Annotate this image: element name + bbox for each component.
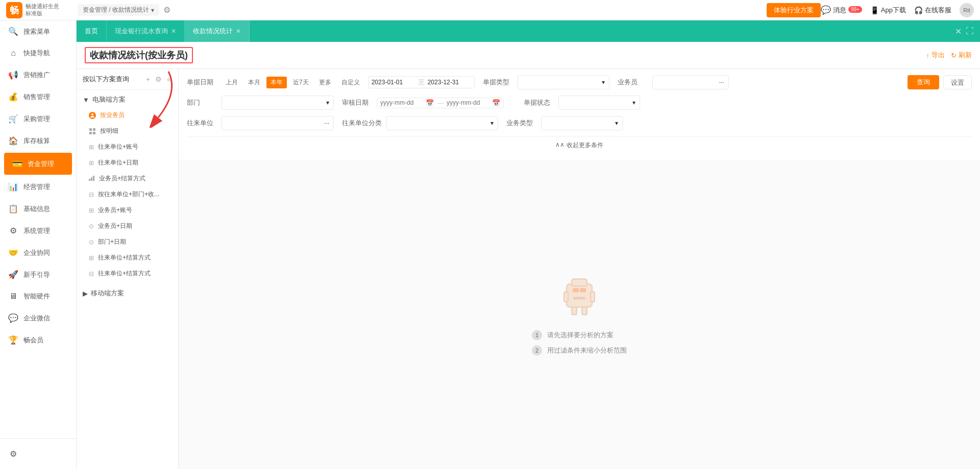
empty-steps: 1 请先选择要分析的方案 2 用过滤条件来缩小分析范围 — [532, 330, 627, 361]
doc-status-select[interactable]: ▾ — [558, 96, 640, 110]
sidebar-settings-btn[interactable]: ⚙ — [0, 443, 76, 465]
doc-status-label: 单据状态 — [524, 98, 554, 107]
sidebar-item-inventory[interactable]: 🏠 库存核算 — [0, 130, 76, 152]
svg-rect-8 — [567, 284, 592, 307]
calendar-to-icon[interactable]: 📅 — [492, 99, 500, 107]
settings-icon[interactable]: ⚙ — [163, 5, 170, 15]
date-tab-this-month[interactable]: 本月 — [244, 77, 264, 88]
scheme-icon-salesman — [89, 112, 96, 119]
sidebar-item-guide[interactable]: 🚀 新手引导 — [0, 264, 76, 286]
sidebar-item-vip[interactable]: 🏆 畅会员 — [0, 329, 76, 351]
sidebar-item-operations[interactable]: 📊 经营管理 — [0, 176, 76, 198]
filter-doc-status-field: 单据状态 ▾ — [524, 96, 640, 110]
scheme-item-partner-settlement2[interactable]: ⊟ 往来单位+结算方式 — [77, 266, 178, 282]
sidebar-item-basic-info[interactable]: 📋 基础信息 — [0, 198, 76, 220]
sidebar-item-finance[interactable]: 💳 资金管理 — [4, 153, 72, 175]
scheme-item-partner-settlement1[interactable]: ⊞ 往来单位+结算方式 — [77, 250, 178, 266]
sales-icon: 💰 — [8, 92, 18, 102]
query-button[interactable]: 查询 — [908, 75, 939, 89]
calendar-from-icon[interactable]: 📅 — [426, 99, 434, 107]
sidebar-item-purchase[interactable]: 🛒 采购管理 — [0, 108, 76, 130]
refresh-button[interactable]: ↻ 刷新 — [951, 51, 972, 60]
scheme-item-dept-date[interactable]: ⊙ 部门+日期 — [77, 234, 178, 250]
sidebar-item-search[interactable]: 🔍 搜索菜单 — [0, 20, 76, 42]
scheme-item-partner-account[interactable]: ⊞ 往来单位+账号 — [77, 139, 178, 155]
dept-dropdown-icon: ▾ — [326, 99, 329, 106]
date-tab-custom[interactable]: 自定义 — [337, 77, 364, 88]
online-service-btn[interactable]: 🎧 在线客服 — [914, 6, 951, 15]
audit-date-from-input[interactable] — [380, 99, 424, 106]
sidebar-item-enterprise[interactable]: 🤝 企业协同 — [0, 242, 76, 264]
settings-button[interactable]: 设置 — [943, 75, 972, 89]
scheme-item-by-detail[interactable]: 按明细 — [77, 123, 178, 139]
tab-close-collection-stats[interactable]: ✕ — [236, 28, 241, 35]
tab-bank-flow[interactable]: 现金银行流水查询 ✕ — [107, 20, 185, 42]
salesman-select[interactable]: ··· — [652, 75, 729, 89]
add-scheme-icon[interactable]: + — [145, 74, 151, 84]
scheme-settings-icon[interactable]: ⚙ — [154, 74, 163, 84]
svg-rect-2 — [93, 128, 95, 131]
main-body: 按以下方案查询 + ⚙ « ▼ 电脑端方案 — [77, 69, 980, 469]
date-tab-7days[interactable]: 近7天 — [289, 77, 313, 88]
svg-rect-15 — [572, 307, 577, 315]
partner-category-select[interactable]: ▾ — [386, 116, 498, 130]
audit-date-to-input[interactable] — [447, 99, 490, 106]
filter-audit-date-field: 审核日期 📅 — 📅 — [342, 98, 516, 108]
scheme-item-salesman-account[interactable]: ⊞ 业务员+账号 — [77, 202, 178, 218]
scheme-icon-table3: ⊟ — [89, 191, 94, 198]
biz-type-select[interactable]: ▾ — [541, 116, 623, 130]
filter-dept-field: 部门 ▾ — [187, 96, 334, 110]
app-download-btn[interactable]: 📱 App下载 — [870, 6, 906, 15]
salesman-more-icon: ··· — [719, 79, 724, 86]
tab-close-window[interactable]: ✕ — [955, 27, 962, 36]
sidebar-item-sales[interactable]: 💰 销售管理 — [0, 86, 76, 108]
trial-button[interactable]: 体验行业方案 — [767, 3, 821, 17]
tab-collection-stats[interactable]: 收款情况统计 ✕ — [185, 20, 250, 42]
svg-rect-14 — [591, 292, 595, 302]
top-bar: 畅 畅捷通好生意 标准版 资金管理 / 收款情况统计 ▾ ⚙ 体验行业方案 💬 … — [0, 0, 980, 20]
date-tab-last-month[interactable]: 上月 — [222, 77, 242, 88]
mobile-group-title[interactable]: ▶ 移动端方案 — [77, 286, 178, 301]
sidebar-item-hardware[interactable]: 🖥 智能硬件 — [0, 286, 76, 307]
page-actions: ↑ 导出 ↻ 刷新 — [926, 51, 972, 60]
partner-select[interactable]: ··· — [222, 116, 334, 130]
vip-icon: 🏆 — [8, 335, 18, 345]
messages-btn[interactable]: 💬 消息 99+ — [821, 5, 862, 15]
page-header: 收款情况统计(按业务员) ↑ 导出 ↻ 刷新 — [77, 42, 980, 69]
scheme-icon-clock2: ⊙ — [89, 239, 94, 246]
sidebar-item-quick-nav[interactable]: ⌂ 快捷导航 — [0, 42, 76, 64]
scheme-item-by-salesman[interactable]: 按业务员 — [77, 107, 178, 123]
doctype-select[interactable]: ▾ — [518, 75, 609, 89]
desktop-group-title[interactable]: ▼ 电脑端方案 — [77, 92, 178, 107]
partner-category-dropdown-icon: ▾ — [491, 120, 494, 127]
doctype-label: 单据类型 — [483, 78, 513, 87]
scheme-item-partner-dept-collect[interactable]: ⊟ 按往来单位+部门+收... — [77, 186, 178, 202]
scheme-item-salesman-settlement[interactable]: 业务员+结算方式 — [77, 171, 178, 186]
sidebar-bottom: ⚙ — [0, 438, 76, 469]
sidebar-item-wechat[interactable]: 💬 企业微信 — [0, 307, 76, 329]
date-tab-more[interactable]: 更多 — [315, 77, 335, 88]
panel-header: 按以下方案查询 + ⚙ « — [77, 69, 178, 90]
dept-select[interactable]: ▾ — [222, 96, 334, 110]
sidebar-item-system[interactable]: ⚙ 系统管理 — [0, 220, 76, 242]
filter-biz-type-field: 业务类型 ▾ — [506, 116, 623, 130]
enterprise-icon: 🤝 — [8, 248, 18, 257]
sidebar-item-marketing[interactable]: 📢 营销推广 — [0, 64, 76, 86]
user-avatar[interactable]: Rit — [960, 3, 974, 17]
tab-home[interactable]: 首页 — [77, 20, 107, 42]
scheme-item-salesman-date[interactable]: ⊙ 业务员+日期 — [77, 218, 178, 234]
doctype-dropdown-icon: ▾ — [602, 79, 605, 86]
svg-rect-5 — [89, 179, 90, 181]
export-button[interactable]: ↑ 导出 — [926, 51, 945, 60]
date-from-input[interactable] — [372, 79, 415, 86]
tab-expand-icon[interactable]: ⛶ — [966, 27, 974, 36]
content-area: 首页 现金银行流水查询 ✕ 收款情况统计 ✕ ✕ ⛶ 收款情况统计(按业务员) — [77, 20, 980, 469]
panel-header-icons: + ⚙ « — [145, 74, 172, 84]
svg-rect-7 — [93, 176, 94, 181]
collapse-bar[interactable]: ∧∧ 收起更多条件 — [187, 136, 972, 154]
scheme-item-partner-date[interactable]: ⊞ 往来单位+日期 — [77, 155, 178, 171]
date-tab-this-year[interactable]: 本年 — [266, 77, 287, 88]
date-to-input[interactable] — [428, 79, 471, 86]
collapse-panel-icon[interactable]: « — [166, 74, 172, 84]
tab-close-bank-flow[interactable]: ✕ — [171, 28, 176, 35]
